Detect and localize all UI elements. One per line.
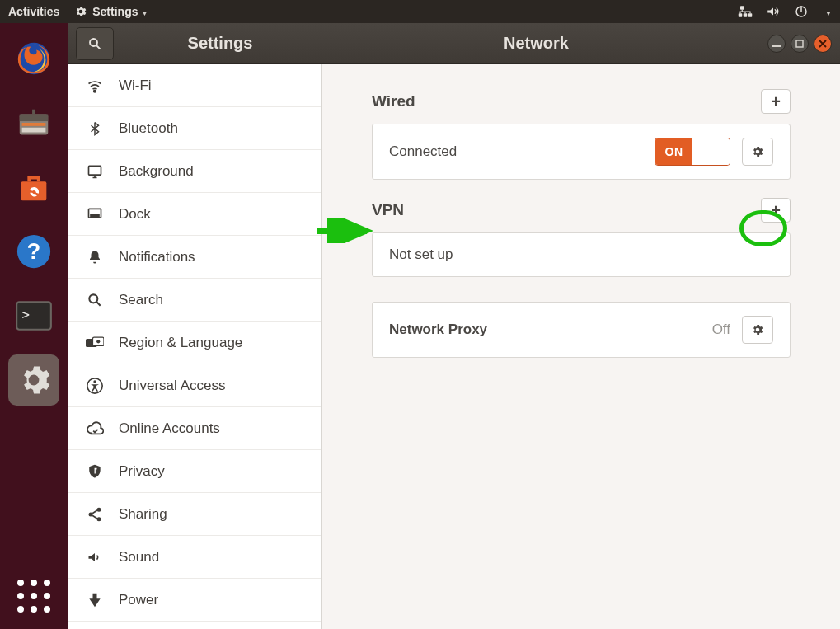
- svg-point-29: [89, 512, 93, 516]
- svg-point-23: [89, 294, 97, 303]
- window-maximize-button[interactable]: [791, 35, 809, 53]
- sidebar-item-label: Wi-Fi: [119, 77, 152, 94]
- sidebar-item-label: Dock: [119, 206, 151, 223]
- app-menu-label: Settings: [92, 5, 148, 18]
- sidebar-title: Settings: [113, 34, 327, 53]
- monitor-icon: [86, 163, 104, 180]
- region-icon: [86, 336, 104, 350]
- vpn-section-title: VPN: [372, 201, 404, 219]
- sidebar-item-label: Sharing: [119, 506, 167, 523]
- wired-status: Connected: [389, 143, 457, 160]
- sidebar-item-label: Search: [119, 292, 163, 308]
- svg-point-26: [96, 340, 100, 343]
- sidebar-item-label: Background: [119, 163, 194, 180]
- bluetooth-icon: [86, 120, 104, 137]
- wired-toggle-on-label: ON: [655, 138, 692, 165]
- network-proxy-row[interactable]: Network Proxy Off: [372, 302, 791, 358]
- window-titlebar: Settings Network: [68, 23, 840, 64]
- svg-rect-7: [20, 114, 49, 121]
- dock-icon: [86, 206, 104, 223]
- gear-icon: [74, 5, 87, 18]
- settings-sidebar: Wi-FiBluetoothBackgroundDockNotification…: [68, 64, 322, 629]
- sidebar-item-sound[interactable]: Sound: [68, 536, 321, 579]
- window-close-button[interactable]: [814, 35, 832, 53]
- sidebar-search-button[interactable]: [76, 27, 114, 60]
- sound-icon: [86, 549, 104, 566]
- dock-files[interactable]: [8, 97, 59, 148]
- svg-rect-20: [89, 166, 101, 175]
- sidebar-item-region-language[interactable]: Region & Language: [68, 322, 321, 364]
- sidebar-item-search[interactable]: Search: [68, 279, 321, 322]
- show-applications-button[interactable]: [17, 580, 50, 613]
- window-minimize-button[interactable]: [767, 35, 786, 53]
- svg-rect-8: [22, 123, 46, 126]
- svg-point-28: [93, 380, 96, 383]
- wired-section-title: Wired: [372, 92, 415, 110]
- settings-window: Settings Network Wi-FiBluetoothBackgroun…: [68, 23, 840, 629]
- network-indicator-icon[interactable]: [738, 4, 753, 19]
- vpn-status: Not set up: [389, 246, 453, 263]
- access-icon: [86, 378, 104, 394]
- power-indicator-icon[interactable]: [794, 4, 809, 19]
- add-wired-button[interactable]: +: [761, 89, 791, 114]
- svg-rect-2: [744, 13, 748, 17]
- sidebar-item-label: Sound: [119, 549, 159, 566]
- svg-rect-0: [740, 6, 744, 10]
- svg-rect-18: [796, 40, 803, 47]
- volume-indicator-icon[interactable]: [766, 4, 781, 19]
- dock-terminal[interactable]: >_: [8, 290, 59, 341]
- wired-settings-button[interactable]: [742, 138, 773, 166]
- svg-text:?: ?: [27, 239, 40, 264]
- sidebar-item-bluetooth[interactable]: Bluetooth: [68, 107, 321, 150]
- wifi-icon: [86, 77, 104, 94]
- sidebar-item-label: Online Accounts: [119, 420, 220, 437]
- sidebar-item-label: Privacy: [119, 463, 165, 480]
- cloud-icon: [86, 421, 104, 436]
- search-icon: [86, 292, 104, 308]
- activities-button[interactable]: Activities: [8, 5, 59, 18]
- sidebar-item-universal-access[interactable]: Universal Access: [68, 364, 321, 407]
- gnome-top-panel: Activities Settings: [0, 0, 840, 23]
- dock-settings[interactable]: [8, 354, 59, 406]
- sidebar-item-power[interactable]: Power: [68, 579, 321, 622]
- network-proxy-label: Network Proxy: [389, 322, 487, 338]
- sidebar-item-label: Power: [119, 592, 158, 608]
- svg-rect-22: [91, 214, 99, 217]
- svg-rect-1: [739, 13, 743, 17]
- network-proxy-settings-button[interactable]: [742, 316, 773, 344]
- sidebar-item-online-accounts[interactable]: Online Accounts: [68, 407, 321, 450]
- dock-firefox[interactable]: [8, 33, 59, 84]
- sidebar-item-label: Bluetooth: [119, 120, 178, 137]
- svg-point-19: [94, 90, 96, 92]
- network-proxy-status: Off: [712, 322, 730, 338]
- sidebar-item-wi-fi[interactable]: Wi-Fi: [68, 64, 321, 107]
- svg-rect-17: [772, 45, 781, 47]
- svg-text:>_: >_: [21, 307, 37, 322]
- share-icon: [86, 506, 104, 523]
- dock-software[interactable]: [8, 162, 59, 213]
- svg-point-30: [97, 507, 101, 511]
- vpn-status-row: Not set up: [372, 232, 791, 277]
- svg-rect-10: [32, 110, 35, 115]
- sidebar-item-notifications[interactable]: Notifications: [68, 236, 321, 279]
- bell-icon: [86, 249, 104, 265]
- add-vpn-button[interactable]: +: [761, 198, 791, 223]
- sidebar-item-dock[interactable]: Dock: [68, 193, 321, 236]
- sidebar-item-background[interactable]: Background: [68, 150, 321, 193]
- svg-rect-3: [748, 13, 753, 17]
- system-menu-arrow-icon[interactable]: [822, 5, 832, 18]
- sidebar-item-label: Universal Access: [119, 378, 225, 394]
- wired-toggle[interactable]: ON: [655, 138, 730, 166]
- svg-rect-11: [21, 181, 47, 200]
- sidebar-item-privacy[interactable]: Privacy: [68, 450, 321, 493]
- app-menu-settings[interactable]: Settings: [74, 5, 148, 18]
- network-pane: Wired + Connected ON VPN + Not set up: [322, 64, 840, 629]
- dock-help[interactable]: ?: [8, 226, 59, 277]
- sidebar-item-sharing[interactable]: Sharing: [68, 493, 321, 536]
- power-icon: [86, 592, 104, 608]
- wired-connection-row: Connected ON: [372, 124, 791, 180]
- pane-title: Network: [232, 34, 840, 53]
- sidebar-item-label: Notifications: [119, 249, 195, 265]
- ubuntu-dock: ? >_: [0, 23, 68, 629]
- sidebar-item-label: Region & Language: [119, 335, 242, 351]
